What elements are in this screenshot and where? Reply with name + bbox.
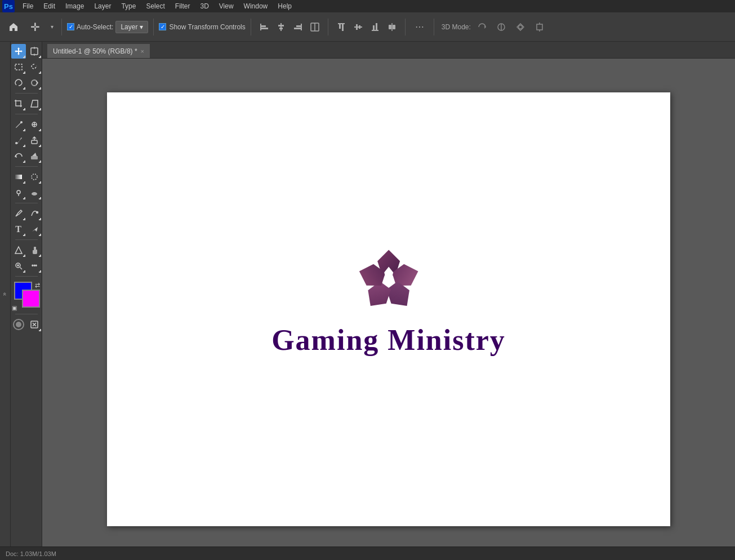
blur-tool[interactable] <box>27 170 42 184</box>
3d-mode-group: 3D Mode: <box>442 19 547 35</box>
lasso-select-tool[interactable] <box>27 60 42 74</box>
distribute-vertical-button[interactable] <box>384 19 400 35</box>
lasso-tool[interactable] <box>11 75 26 90</box>
tool-row-pen <box>11 206 42 221</box>
3d-pan-button[interactable] <box>513 19 528 35</box>
align-top-button[interactable] <box>333 19 349 35</box>
background-color[interactable] <box>22 290 40 308</box>
home-button[interactable] <box>5 18 23 36</box>
type-tool[interactable]: T <box>11 222 26 237</box>
tab-close-button[interactable]: × <box>141 48 144 55</box>
more-tools-button[interactable]: ••• <box>27 259 42 273</box>
toolbar-sep-1 <box>15 93 38 94</box>
doc-size: Doc: 1.03M/1.03M <box>6 550 56 557</box>
toolbar: T • <box>11 42 42 546</box>
align-center-h-button[interactable] <box>273 19 289 35</box>
layer-dropdown[interactable]: Layer ▾ <box>115 21 148 33</box>
burn-tool[interactable] <box>27 185 42 200</box>
sub-arrow-23 <box>23 255 25 257</box>
align-middle-v-button[interactable] <box>350 19 366 35</box>
menu-layer[interactable]: Layer <box>90 1 115 11</box>
dodge-tool[interactable] <box>11 185 26 200</box>
svg-rect-5 <box>279 28 283 29</box>
move-tool-dropdown[interactable]: ▾ <box>47 18 56 36</box>
history-brush-tool[interactable] <box>11 149 26 163</box>
sub-arrow-2 <box>39 56 41 58</box>
3d-roll-button[interactable] <box>493 19 509 35</box>
svg-rect-30 <box>15 64 22 70</box>
show-transform-checkbox[interactable]: ✓ Show Transform Controls <box>159 23 245 31</box>
zoom-tool[interactable] <box>11 259 26 273</box>
freeform-pen-tool[interactable] <box>27 206 42 221</box>
sub-arrow-22 <box>39 234 41 236</box>
sub-arrow <box>23 56 25 58</box>
screen-mode-button[interactable] <box>27 317 42 332</box>
pen-tool[interactable] <box>11 206 26 221</box>
svg-rect-24 <box>537 24 542 30</box>
toolbar-sep-7 <box>15 314 38 314</box>
separator-2 <box>153 19 154 35</box>
perspective-crop-tool[interactable] <box>27 96 42 111</box>
clone-stamp-tool[interactable] <box>27 133 42 148</box>
sub-arrow-26 <box>39 270 41 273</box>
brush-tool[interactable] <box>11 133 26 148</box>
sub-arrow-21 <box>23 234 25 236</box>
rectangular-marquee-tool[interactable] <box>11 60 26 74</box>
separator-5 <box>405 19 406 35</box>
artboard-tool[interactable] <box>27 44 42 59</box>
auto-select-checkbox-label[interactable]: ✓ Auto-Select: <box>67 23 113 31</box>
tool-row-eyedropper <box>11 117 42 132</box>
shape-tool[interactable] <box>11 243 26 257</box>
3d-rotate-button[interactable] <box>474 19 490 35</box>
hand-tool[interactable] <box>27 243 42 257</box>
align-full-button[interactable] <box>307 19 323 35</box>
document-tab[interactable]: Untitled-1 @ 50% (RGB/8) * × <box>47 43 150 58</box>
healing-brush-tool[interactable] <box>27 117 42 132</box>
align-bottom-button[interactable] <box>367 19 383 35</box>
status-bar: Doc: 1.03M/1.03M <box>0 546 735 560</box>
sub-arrow-17 <box>23 197 25 199</box>
svg-rect-0 <box>260 24 261 30</box>
menu-window[interactable]: Window <box>239 1 273 11</box>
sub-arrow-12 <box>39 145 41 147</box>
move-tool-button[interactable]: ✛ <box>26 18 44 36</box>
svg-rect-35 <box>32 140 37 144</box>
menu-file[interactable]: File <box>18 1 38 11</box>
canvas-scroll[interactable]: Gaming Ministry <box>42 59 735 546</box>
tool-row-mask <box>11 317 42 332</box>
more-options-button[interactable]: ⋯ <box>411 19 429 35</box>
quick-select-tool[interactable] <box>27 75 42 90</box>
eyedropper-tool[interactable] <box>11 117 26 132</box>
menu-edit[interactable]: Edit <box>39 1 60 11</box>
swap-colors-icon[interactable]: ⇄ <box>35 282 40 289</box>
menu-select[interactable]: Select <box>141 1 169 11</box>
crop-tool[interactable] <box>11 96 26 111</box>
menu-view[interactable]: View <box>215 1 238 11</box>
3d-slide-button[interactable] <box>532 19 547 35</box>
menu-3d[interactable]: 3D <box>195 1 213 11</box>
tool-row-crop <box>11 96 42 111</box>
svg-rect-6 <box>301 24 302 30</box>
sub-arrow-10 <box>39 129 41 131</box>
menu-help[interactable]: Help <box>273 1 296 11</box>
svg-rect-19 <box>376 23 377 30</box>
quick-mask-button[interactable] <box>11 317 26 332</box>
tool-row-dodge <box>11 185 42 200</box>
eraser-tool[interactable] <box>27 149 42 163</box>
menu-type[interactable]: Type <box>117 1 140 11</box>
default-colors-icon[interactable]: ▣ <box>12 305 17 311</box>
separator-4 <box>328 19 328 35</box>
logo-text: Gaming Ministry <box>271 323 506 357</box>
path-select-tool[interactable] <box>27 222 42 237</box>
menu-filter[interactable]: Filter <box>171 1 195 11</box>
gradient-tool[interactable] <box>11 170 26 184</box>
sub-arrow-5 <box>23 87 25 90</box>
align-left-button[interactable] <box>256 19 272 35</box>
panel-collapse-button[interactable]: « <box>0 42 11 546</box>
align-right-button[interactable] <box>290 19 306 35</box>
move-tool[interactable] <box>11 44 26 59</box>
toolbar-sep-6 <box>15 276 38 277</box>
quick-mask-icon <box>13 319 24 330</box>
menu-image[interactable]: Image <box>61 1 88 11</box>
sub-arrow-15 <box>23 181 25 184</box>
